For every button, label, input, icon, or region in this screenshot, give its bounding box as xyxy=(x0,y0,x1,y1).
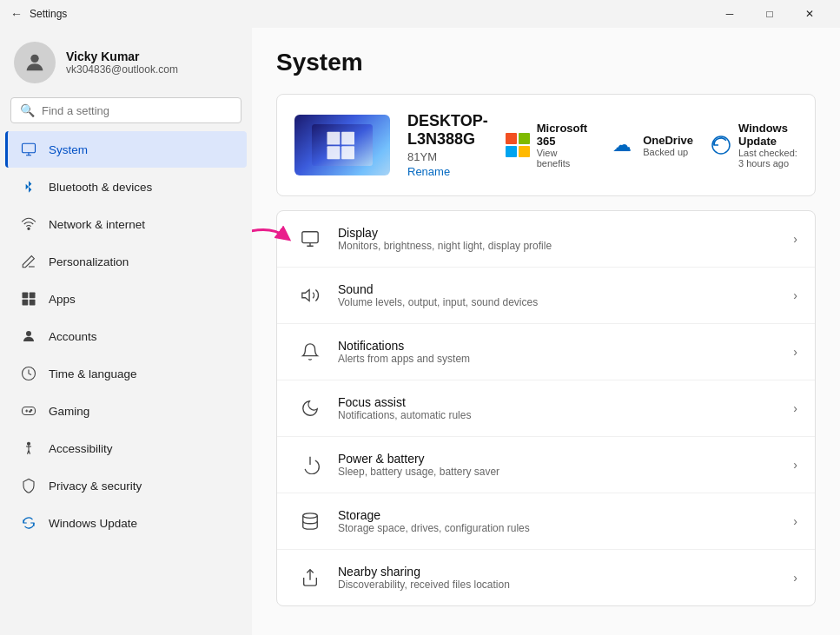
ms365-icon xyxy=(506,131,530,159)
winupdate-link[interactable]: Windows Update Last checked: 3 hours ago xyxy=(711,122,797,169)
sidebar: Vicky Kumar vk304836@outlook.com 🔍 Syste… xyxy=(0,28,252,635)
svg-point-12 xyxy=(28,442,30,445)
titlebar-left: ← Settings xyxy=(10,7,67,21)
search-input[interactable] xyxy=(42,104,232,117)
sidebar-item-apps[interactable]: Apps xyxy=(5,281,247,317)
titlebar-title: Settings xyxy=(30,8,67,20)
privacy-icon xyxy=(19,476,38,495)
display-text: Display Monitors, brightness, night ligh… xyxy=(338,226,793,252)
device-card: DESKTOP-L3N388G 81YM Rename xyxy=(276,94,816,196)
accessibility-icon xyxy=(19,439,38,458)
focus-icon xyxy=(294,393,326,424)
display-icon xyxy=(294,223,326,255)
sidebar-item-network[interactable]: Network & internet xyxy=(5,206,247,242)
device-info: DESKTOP-L3N388G 81YM Rename xyxy=(407,112,488,178)
svg-point-23 xyxy=(303,513,318,519)
sidebar-label-update: Windows Update xyxy=(49,517,137,530)
settings-item-notifications[interactable]: Notifications Alerts from apps and syste… xyxy=(277,324,815,380)
display-chevron: › xyxy=(793,232,797,246)
onedrive-icon: ☁ xyxy=(608,131,636,159)
svg-rect-15 xyxy=(341,132,354,145)
gaming-icon xyxy=(19,401,38,420)
sidebar-nav: System Bluetooth & devices xyxy=(0,130,252,542)
settings-list: Display Monitors, brightness, night ligh… xyxy=(276,210,816,606)
winupdate-icon xyxy=(711,131,731,159)
settings-item-storage[interactable]: Storage Storage space, drives, configura… xyxy=(277,493,815,550)
sidebar-item-accessibility[interactable]: Accessibility xyxy=(5,430,247,466)
nearby-chevron: › xyxy=(793,571,797,585)
sidebar-label-personalization: Personalization xyxy=(49,255,129,268)
user-profile[interactable]: Vicky Kumar vk304836@outlook.com xyxy=(0,28,252,94)
storage-desc: Storage space, drives, configuration rul… xyxy=(338,522,793,534)
rename-link[interactable]: Rename xyxy=(407,165,488,178)
settings-item-display[interactable]: Display Monitors, brightness, night ligh… xyxy=(277,211,815,268)
svg-marker-21 xyxy=(302,290,309,301)
user-info: Vicky Kumar vk304836@outlook.com xyxy=(66,50,178,76)
svg-rect-4 xyxy=(30,293,36,299)
onedrive-text: OneDrive Backed up xyxy=(643,134,693,157)
svg-point-10 xyxy=(30,410,32,412)
settings-item-power[interactable]: Power & battery Sleep, battery usage, ba… xyxy=(277,437,815,493)
accounts-icon xyxy=(19,327,38,346)
display-title: Display xyxy=(338,226,793,240)
device-model: 81YM xyxy=(407,150,488,163)
nearby-icon xyxy=(294,562,326,593)
sidebar-label-system: System xyxy=(49,143,88,156)
sidebar-item-personalization[interactable]: Personalization xyxy=(5,243,247,280)
svg-rect-5 xyxy=(23,300,29,306)
quick-links: Microsoft 365 View benefits ☁ OneDrive B… xyxy=(506,122,797,169)
page-title: System xyxy=(276,49,816,76)
settings-item-nearby[interactable]: Nearby sharing Discoverability, received… xyxy=(277,550,815,605)
svg-point-11 xyxy=(30,411,31,413)
time-icon xyxy=(19,364,38,383)
close-button[interactable]: ✕ xyxy=(790,0,830,28)
svg-rect-6 xyxy=(30,300,36,306)
svg-point-0 xyxy=(30,55,38,63)
focus-text: Focus assist Notifications, automatic ru… xyxy=(338,395,793,421)
sidebar-item-accounts[interactable]: Accounts xyxy=(5,318,247,354)
nearby-text: Nearby sharing Discoverability, received… xyxy=(338,565,793,591)
power-icon xyxy=(294,449,326,480)
sidebar-label-bluetooth: Bluetooth & devices xyxy=(49,181,152,194)
back-button[interactable]: ← xyxy=(10,7,23,21)
settings-item-focus[interactable]: Focus assist Notifications, automatic ru… xyxy=(277,380,815,437)
system-icon xyxy=(19,140,38,159)
power-text: Power & battery Sleep, battery usage, ba… xyxy=(338,452,793,478)
sound-icon xyxy=(294,280,326,311)
sidebar-item-system[interactable]: System xyxy=(5,131,247,168)
svg-rect-20 xyxy=(302,232,318,243)
sidebar-item-bluetooth[interactable]: Bluetooth & devices xyxy=(5,169,247,205)
notifications-title: Notifications xyxy=(338,339,793,353)
apps-icon xyxy=(19,289,38,308)
ms365-link[interactable]: Microsoft 365 View benefits xyxy=(506,122,592,169)
svg-point-7 xyxy=(26,331,31,336)
power-chevron: › xyxy=(793,458,797,472)
svg-rect-13 xyxy=(312,124,373,166)
sidebar-item-update[interactable]: Windows Update xyxy=(5,505,247,541)
sidebar-item-privacy[interactable]: Privacy & security xyxy=(5,467,247,504)
ms365-subtitle: View benefits xyxy=(537,148,592,169)
svg-rect-1 xyxy=(23,143,36,153)
svg-rect-3 xyxy=(23,293,29,299)
storage-chevron: › xyxy=(793,514,797,528)
avatar xyxy=(14,42,56,83)
focus-desc: Notifications, automatic rules xyxy=(338,409,793,421)
svg-rect-9 xyxy=(23,407,36,415)
search-icon: 🔍 xyxy=(20,103,35,117)
sound-text: Sound Volume levels, output, input, soun… xyxy=(338,282,793,308)
svg-rect-14 xyxy=(327,132,341,145)
onedrive-link[interactable]: ☁ OneDrive Backed up xyxy=(608,122,693,169)
device-thumbnail xyxy=(294,115,390,175)
search-box[interactable]: 🔍 xyxy=(10,97,241,123)
content-area: System xyxy=(252,28,840,635)
user-email: vk304836@outlook.com xyxy=(66,63,178,76)
minimize-button[interactable]: ─ xyxy=(710,0,750,28)
notifications-text: Notifications Alerts from apps and syste… xyxy=(338,339,793,365)
network-icon xyxy=(19,215,38,234)
maximize-button[interactable]: □ xyxy=(750,0,790,28)
sidebar-item-gaming[interactable]: Gaming xyxy=(5,393,247,429)
settings-item-sound[interactable]: Sound Volume levels, output, input, soun… xyxy=(277,268,815,324)
sidebar-label-gaming: Gaming xyxy=(49,405,89,418)
sidebar-item-time[interactable]: Time & language xyxy=(5,355,247,392)
titlebar-controls: ─ □ ✕ xyxy=(710,0,830,28)
